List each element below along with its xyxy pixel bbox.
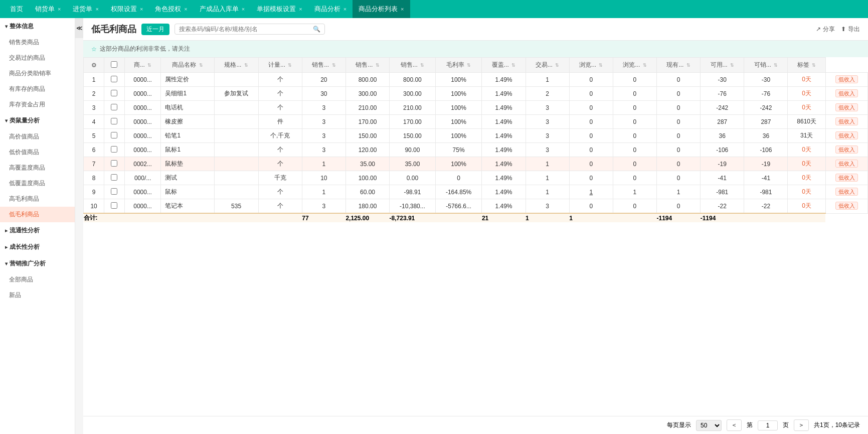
sidebar-section-marketing[interactable]: ▾ 营销推广分析 <box>0 255 75 272</box>
sidebar-item-traded-products[interactable]: 交易过的商品 <box>0 50 75 66</box>
sidebar-item-low-value[interactable]: 低价值商品 <box>0 144 75 160</box>
nav-role-auth[interactable]: 角色授权 × <box>149 0 193 18</box>
cell-checkbox[interactable] <box>104 73 125 87</box>
cell-transaction[interactable]: 1 <box>569 185 613 199</box>
col-unit[interactable]: 计量... ⇅ <box>258 58 302 73</box>
nav-template-settings[interactable]: 单据模板设置 × <box>251 0 308 18</box>
nav-product-analysis-list[interactable]: 商品分析列表 × <box>353 0 410 18</box>
per-page-select[interactable]: 50 100 200 <box>696 420 722 431</box>
col-browse2[interactable]: 浏览... ⇅ <box>613 58 656 73</box>
search-input[interactable] <box>179 26 313 33</box>
close-icon[interactable]: × <box>95 6 98 12</box>
sidebar-item-high-margin[interactable]: 高毛利商品 <box>0 191 75 207</box>
col-sale-price[interactable]: 销售... ⇅ <box>345 58 389 73</box>
col-settings[interactable]: ⚙ <box>84 58 104 73</box>
cell-checkbox[interactable] <box>104 171 125 185</box>
close-icon[interactable]: × <box>299 6 302 12</box>
cell-profit-pct: -5766.6... <box>435 199 482 214</box>
header-actions: ↗ 分享 ⬆ 导出 <box>816 25 860 34</box>
sidebar-section-growth[interactable]: ▸ 成长性分析 <box>0 239 75 255</box>
nav-sales-order[interactable]: 销货单 × <box>29 0 67 18</box>
search-box[interactable]: 🔍 <box>175 24 325 35</box>
row-checkbox[interactable] <box>111 90 117 96</box>
nav-home[interactable]: 首页 <box>4 0 29 18</box>
col-code[interactable]: 商... ⇅ <box>124 58 161 73</box>
search-icon[interactable]: 🔍 <box>313 26 320 33</box>
nav-product-analysis[interactable]: 商品分析 × <box>308 0 353 18</box>
row-checkbox[interactable] <box>111 76 117 82</box>
close-icon[interactable]: × <box>140 6 143 12</box>
col-browse1[interactable]: 浏览... ⇅ <box>569 58 613 73</box>
sidebar-item-new-products[interactable]: 新品 <box>0 287 75 303</box>
col-available[interactable]: 可用... ⇅ <box>701 58 744 73</box>
sidebar-item-all-products[interactable]: 全部商品 <box>0 272 75 287</box>
col-gross-rate[interactable]: 毛利率 ⇅ <box>435 58 482 73</box>
col-sale-qty[interactable]: 销售... ⇅ <box>302 58 345 73</box>
cell-code: 0000... <box>124 199 161 214</box>
col-coverage[interactable]: 覆盖... ⇅ <box>482 58 526 73</box>
nav-product-entry[interactable]: 产成品入库单 × <box>194 0 251 18</box>
cell-checkbox[interactable] <box>104 87 125 101</box>
sidebar-item-category-sales[interactable]: 商品分类助销率 <box>0 66 75 81</box>
export-button[interactable]: ⬆ 导出 <box>841 25 860 34</box>
cell-unit: 个 <box>258 87 302 101</box>
col-checkbox[interactable] <box>104 58 125 73</box>
cell-checkbox[interactable] <box>104 185 125 199</box>
sidebar-section-overall[interactable]: ▾ 整体信息 <box>0 18 75 35</box>
nav-permissions[interactable]: 权限设置 × <box>105 0 149 18</box>
row-checkbox[interactable] <box>111 202 117 209</box>
close-icon[interactable]: × <box>343 6 346 12</box>
prev-page-button[interactable]: ＜ <box>727 419 742 431</box>
close-icon[interactable]: × <box>58 6 61 12</box>
table-row: 7 0002... 鼠标垫 个 1 35.00 35.00 100% 1.49%… <box>84 157 868 171</box>
row-checkbox[interactable] <box>111 104 117 110</box>
sidebar-item-in-stock[interactable]: 有库存的商品 <box>0 81 75 97</box>
nav-purchase-order[interactable]: 进货单 × <box>67 0 104 18</box>
settings-icon[interactable]: ⚙ <box>91 62 97 69</box>
top-navigation: 首页 销货单 × 进货单 × 权限设置 × 角色授权 × 产成品入库单 × 单据… <box>0 0 868 18</box>
col-tag[interactable]: 标签 ⇅ <box>788 58 825 73</box>
cell-spec: 535 <box>214 199 258 214</box>
col-name[interactable]: 商品名称 ⇅ <box>161 58 214 73</box>
cell-checkbox[interactable] <box>104 199 125 214</box>
row-checkbox[interactable] <box>111 132 117 138</box>
sidebar-section-quantity[interactable]: ▾ 类鼠量分析 <box>0 112 75 129</box>
row-checkbox[interactable] <box>111 174 117 181</box>
close-icon[interactable]: × <box>401 6 404 12</box>
cell-checkbox[interactable] <box>104 115 125 129</box>
row-checkbox[interactable] <box>111 188 117 195</box>
cell-checkbox[interactable] <box>104 157 125 171</box>
cell-price: 210.00 <box>345 101 389 115</box>
sidebar-item-high-coverage[interactable]: 高覆盖度商品 <box>0 160 75 176</box>
row-checkbox[interactable] <box>111 146 117 153</box>
cell-checkbox[interactable] <box>104 129 125 143</box>
row-checkbox[interactable] <box>111 118 117 124</box>
col-current[interactable]: 现有... ⇅ <box>657 58 701 73</box>
table-container[interactable]: ⚙ 商... ⇅ 商品名称 ⇅ 规格... ⇅ 计量... ⇅ 销售... ⇅ … <box>83 57 868 416</box>
close-icon[interactable]: × <box>242 6 245 12</box>
sidebar-collapse-button[interactable]: ≪ <box>75 18 83 38</box>
cell-checkbox[interactable] <box>104 101 125 115</box>
sidebar-item-high-value[interactable]: 高价值商品 <box>0 129 75 144</box>
next-page-button[interactable]: ＞ <box>794 419 809 431</box>
cell-coverage: 3 <box>526 129 569 143</box>
select-all-checkbox[interactable] <box>111 61 117 68</box>
sidebar-item-low-coverage[interactable]: 低覆盖度商品 <box>0 176 75 191</box>
cell-checkbox[interactable] <box>104 143 125 157</box>
sidebar-item-low-margin[interactable]: 低毛利商品 <box>0 207 75 222</box>
col-saleable[interactable]: 可销... ⇅ <box>744 58 788 73</box>
sidebar-item-sales-products[interactable]: 销售类商品 <box>0 35 75 50</box>
col-spec[interactable]: 规格... ⇅ <box>214 58 258 73</box>
sidebar-item-capital-usage[interactable]: 库存资金占用 <box>0 97 75 112</box>
sidebar-section-circulation[interactable]: ▸ 流通性分析 <box>0 222 75 239</box>
share-button[interactable]: ↗ 分享 <box>816 25 835 34</box>
page-number-input[interactable] <box>758 420 778 430</box>
cell-transaction: 0 <box>569 199 613 214</box>
per-page-label: 每页显示 <box>667 421 691 429</box>
close-icon[interactable]: × <box>184 6 187 12</box>
row-checkbox[interactable] <box>111 160 117 167</box>
table-header-row: ⚙ 商... ⇅ 商品名称 ⇅ 规格... ⇅ 计量... ⇅ 销售... ⇅ … <box>84 58 868 73</box>
col-sale-amount[interactable]: 销售... ⇅ <box>390 58 436 73</box>
col-transaction[interactable]: 交易... ⇅ <box>526 58 569 73</box>
time-filter-button[interactable]: 近一月 <box>141 24 169 35</box>
